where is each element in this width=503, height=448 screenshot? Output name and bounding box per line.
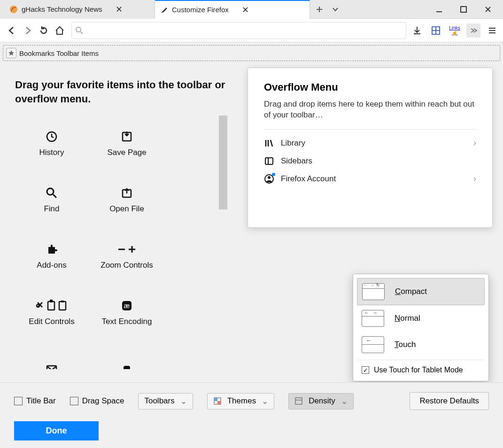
close-icon[interactable]: ✕ [242, 6, 249, 14]
palette-hat[interactable] [89, 341, 164, 369]
density-dropdown[interactable]: Density ⌄ [288, 393, 354, 409]
close-icon[interactable]: ✕ [115, 6, 123, 13]
sidebars-icon [264, 156, 274, 166]
palette-history[interactable]: History [14, 116, 89, 172]
density-thumb-touch [362, 336, 384, 353]
density-thumb-compact [362, 283, 385, 300]
overflow-item-account[interactable]: Firefox Account › [264, 170, 476, 188]
open-file-icon [121, 186, 133, 200]
maximize-button[interactable] [458, 4, 469, 15]
themes-icon [213, 397, 222, 405]
tab-strip: gHacks Technology News ✕ Customize Firef… [0, 0, 503, 19]
chevron-down-icon: ⌄ [262, 396, 268, 406]
density-option-touch[interactable]: Touch [357, 332, 485, 358]
overflow-menu-panel: Overflow Menu Drag and drop items here t… [248, 68, 493, 228]
palette-label: History [39, 148, 64, 157]
tabs-dropdown-button[interactable] [329, 3, 342, 16]
tab-ghacks[interactable]: gHacks Technology News ✕ [0, 0, 155, 19]
overflow-description: Drag and drop items here to keep them wi… [264, 99, 476, 130]
svg-rect-20 [50, 300, 53, 302]
downloads-button[interactable] [410, 23, 424, 38]
palette-label: Save Page [107, 148, 146, 157]
email-icon [46, 363, 58, 369]
palette-zoom-controls[interactable]: Zoom Controls [89, 228, 164, 285]
palette-save-page[interactable]: Save Page [89, 116, 164, 172]
svg-rect-22 [61, 301, 64, 302]
checkbox-label: Drag Space [82, 396, 124, 406]
overflow-button[interactable] [466, 23, 480, 38]
new-tab-button[interactable] [313, 3, 326, 16]
palette-find[interactable]: Find [14, 172, 89, 228]
home-button[interactable] [52, 23, 68, 39]
minimize-button[interactable] [433, 4, 445, 15]
titlebar-checkbox[interactable]: Title Bar [14, 396, 56, 406]
dropdown-label: Themes [227, 396, 256, 406]
density-option-compact[interactable]: Compact [357, 278, 485, 305]
svg-rect-2 [461, 7, 466, 12]
density-option-normal[interactable]: Normal [357, 305, 485, 332]
close-window-button[interactable] [482, 4, 494, 15]
drag-space-checkbox[interactable]: Drag Space [70, 396, 124, 406]
svg-point-34 [268, 176, 271, 179]
svg-line-30 [271, 140, 272, 147]
palette-label: Find [44, 204, 59, 214]
density-thumb-normal [362, 310, 384, 327]
customize-footer: Title Bar Drag Space Toolbars ⌄ Themes ⌄… [0, 382, 503, 448]
overflow-title: Overflow Menu [264, 81, 476, 93]
overflow-item-library[interactable]: Library › [264, 134, 476, 152]
nav-toolbar: Links☝ [0, 19, 503, 42]
ghacks-favicon [9, 5, 18, 14]
overflow-item-label: Firefox Account [281, 174, 336, 184]
bookmarks-star-icon [6, 48, 16, 58]
back-button[interactable] [4, 23, 20, 39]
palette-addons[interactable]: Add-ons [14, 228, 89, 285]
themes-dropdown[interactable]: Themes ⌄ [207, 393, 274, 409]
palette-open-file[interactable]: Open File [89, 172, 164, 228]
palette-text-encoding[interactable]: æ Text Encoding [89, 285, 164, 341]
density-option-label: Compact [395, 287, 427, 296]
library-icon [264, 138, 274, 148]
bookmarks-toolbar-drop-target[interactable]: Bookmarks Toolbar Items [3, 45, 500, 61]
zoom-controls-icon [116, 243, 137, 256]
palette-label: Add-ons [37, 261, 66, 270]
overflow-item-sidebars[interactable]: Sidebars [264, 152, 476, 170]
svg-line-14 [53, 194, 56, 198]
svg-rect-38 [295, 398, 302, 404]
done-button[interactable]: Done [14, 421, 99, 440]
chevron-down-icon: ⌄ [341, 396, 348, 406]
customize-palette: History Save Page Find Open File Add-ons… [14, 116, 221, 369]
links-label: Links [449, 26, 460, 31]
links-toolbar-item[interactable]: Links☝ [448, 23, 462, 38]
palette-label: Edit Controls [29, 317, 74, 326]
scrollbar-thumb[interactable] [219, 116, 227, 209]
density-tablet-checkbox-row[interactable]: ✓ Use Touch for Tablet Mode [357, 360, 485, 377]
menu-button[interactable] [485, 23, 499, 38]
overflow-item-list[interactable]: Library › Sidebars Firefox Account › [264, 130, 476, 214]
panorama-button[interactable] [429, 23, 443, 38]
palette-email[interactable] [14, 341, 89, 369]
restore-defaults-button[interactable]: Restore Defaults [410, 392, 489, 410]
tab-customize[interactable]: Customize Firefox ✕ [155, 0, 310, 19]
svg-rect-37 [217, 401, 221, 404]
bookmarks-toolbar-label: Bookmarks Toolbar Items [19, 49, 99, 57]
save-page-icon [121, 130, 133, 143]
checkbox-label: Title Bar [26, 396, 56, 406]
svg-point-3 [76, 27, 81, 32]
url-bar[interactable] [71, 22, 406, 39]
customize-main: Drag your favorite items into the toolba… [0, 64, 503, 382]
toolbars-dropdown[interactable]: Toolbars ⌄ [138, 393, 193, 409]
checkbox-checked-icon[interactable]: ✓ [362, 366, 369, 374]
reload-button[interactable] [36, 23, 52, 39]
forward-button[interactable] [20, 23, 36, 39]
svg-line-4 [80, 31, 83, 34]
search-icon [76, 27, 83, 34]
palette-edit-controls[interactable]: Edit Controls [14, 285, 89, 341]
palette-label: Open File [109, 204, 144, 214]
toolbar-end-icons: Links☝ [410, 23, 499, 38]
dropdown-label: Toolbars [144, 396, 174, 406]
density-option-label: Normal [395, 314, 420, 323]
palette-scrollbar[interactable] [219, 116, 227, 364]
addons-icon [46, 243, 58, 256]
tab-actions [310, 3, 345, 16]
chevron-right-icon: › [473, 174, 476, 184]
